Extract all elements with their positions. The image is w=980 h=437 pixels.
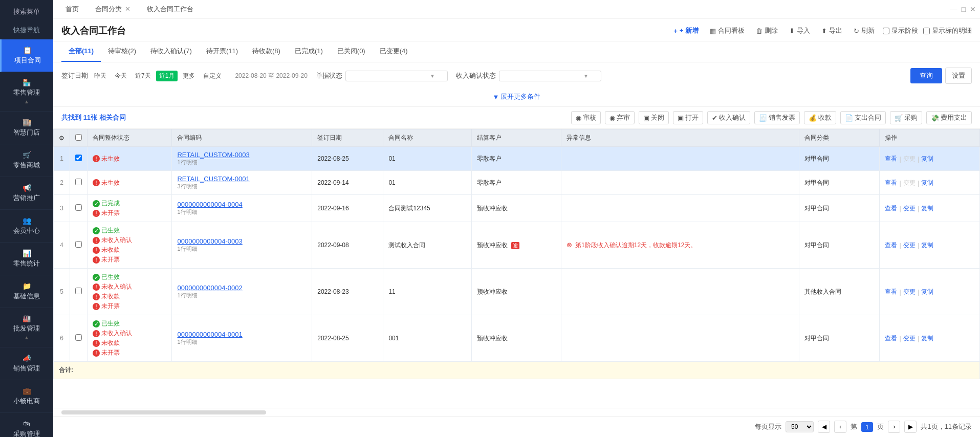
sidebar-search[interactable]: 搜索菜单: [0, 0, 53, 21]
status-tab-completed[interactable]: 已完成(1): [288, 41, 330, 62]
col-settings[interactable]: ⚙: [54, 129, 70, 147]
import-button[interactable]: ⬇ 导入: [786, 25, 813, 37]
view-btn[interactable]: 查看: [885, 155, 897, 163]
new-button[interactable]: + + 新增: [670, 25, 702, 37]
delete-button[interactable]: 🗑 删除: [753, 25, 781, 37]
change-btn[interactable]: 变更: [903, 155, 916, 163]
sidebar-item-retail-mgmt[interactable]: 🏪 零售管理 ▲: [0, 72, 53, 112]
income-confirm-btn[interactable]: ✔ 收入确认: [707, 111, 750, 124]
page-size-select[interactable]: 50 100 200: [786, 421, 814, 432]
change-btn[interactable]: 变更: [903, 241, 916, 250]
contract-code-link[interactable]: RETAIL_CUSTOM-0003: [177, 151, 307, 159]
sales-invoice-btn[interactable]: 🧾 销售发票: [754, 111, 800, 124]
row-select-checkbox[interactable]: [75, 204, 82, 211]
expense-out-btn[interactable]: 💸 费用支出: [926, 111, 972, 124]
status-tab-changed[interactable]: 已变更(4): [373, 41, 415, 62]
query-button[interactable]: 查询: [910, 68, 942, 83]
sidebar-item-marketing2[interactable]: 📣 销售管理: [0, 347, 53, 380]
row-select-checkbox[interactable]: [75, 179, 82, 185]
expand-filter-btn[interactable]: ▼ 展开更多条件: [493, 92, 541, 101]
sidebar-item-xc-ecom[interactable]: 🛍 采购管理: [0, 413, 53, 437]
contract-board-button[interactable]: ▦ 合同看板: [707, 25, 748, 37]
open-btn[interactable]: ▣ 打开: [673, 111, 703, 124]
col-select-all[interactable]: [70, 129, 88, 147]
horizontal-scrollbar[interactable]: [61, 410, 266, 414]
show-marks-input[interactable]: [923, 28, 930, 34]
status-tab-closed[interactable]: 已关闭(0): [330, 41, 373, 62]
close-btn[interactable]: ▣ 关闭: [639, 111, 669, 124]
export-button[interactable]: ⬆ 导出: [818, 25, 845, 37]
view-btn[interactable]: 查看: [885, 241, 897, 250]
close-window-icon[interactable]: ✕: [970, 5, 976, 13]
sidebar-item-wholesale[interactable]: 🏭 批发管理 ▲: [0, 308, 53, 347]
copy-btn[interactable]: 复制: [921, 155, 933, 163]
change-btn[interactable]: 变更: [903, 204, 916, 213]
row-checkbox[interactable]: [70, 315, 88, 362]
last1month-btn[interactable]: 近1月: [156, 71, 178, 81]
sidebar-item-member[interactable]: 👥 会员中心: [0, 210, 53, 243]
change-btn[interactable]: 变更: [903, 288, 916, 296]
sidebar-nav[interactable]: 快捷导航: [0, 21, 53, 39]
contract-code-link[interactable]: 0000000000004-0003: [177, 237, 307, 245]
row-checkbox[interactable]: [70, 269, 88, 315]
view-btn[interactable]: 查看: [885, 204, 897, 213]
copy-btn[interactable]: 复制: [921, 179, 933, 187]
sidebar-item-project[interactable]: 📋 项目合同: [0, 39, 53, 72]
status-tab-pending-invoice[interactable]: 待开票(11): [199, 41, 245, 62]
show-marks-checkbox[interactable]: 显示标的明细: [923, 26, 972, 35]
tab-home[interactable]: 首页: [57, 1, 87, 18]
contract-code-link[interactable]: 0000000000004-0001: [177, 331, 307, 338]
sidebar-item-retail-mall[interactable]: 🛒 零售商城: [0, 144, 53, 177]
prev-page-btn[interactable]: ‹: [834, 421, 846, 433]
row-select-checkbox[interactable]: [75, 155, 82, 161]
row-checkbox[interactable]: [70, 195, 88, 222]
row-checkbox[interactable]: [70, 147, 88, 171]
copy-btn[interactable]: 复制: [921, 334, 933, 343]
row-select-checkbox[interactable]: [75, 241, 82, 248]
minimize-icon[interactable]: —: [950, 5, 957, 13]
sidebar-item-sales-mgmt[interactable]: 💼 小畅电商: [0, 380, 53, 413]
review-btn[interactable]: ◉ 审核: [571, 111, 601, 124]
copy-btn[interactable]: 复制: [921, 241, 933, 250]
more-btn[interactable]: 更多: [180, 71, 198, 81]
purchase-btn[interactable]: 🛒 采购: [890, 111, 922, 124]
row-select-checkbox[interactable]: [75, 288, 82, 294]
tab-contract-cat[interactable]: 合同分类 ✕: [87, 1, 139, 18]
view-btn[interactable]: 查看: [885, 179, 897, 187]
status-tab-pending-payment[interactable]: 待收款(8): [245, 41, 288, 62]
select-all-checkbox[interactable]: [75, 134, 82, 141]
sidebar-item-smart-store[interactable]: 🏬 智慧门店: [0, 112, 53, 144]
contract-code-link[interactable]: 0000000000004-0002: [177, 284, 307, 292]
custom-btn[interactable]: 自定义: [200, 71, 225, 81]
today-btn[interactable]: 今天: [112, 71, 130, 81]
status-tab-pending-confirm[interactable]: 待收入确认(7): [143, 41, 199, 62]
copy-btn[interactable]: 复制: [921, 204, 933, 213]
abandon-btn[interactable]: ◉ 弃审: [605, 111, 635, 124]
maximize-icon[interactable]: □: [962, 5, 966, 13]
last7days-btn[interactable]: 近7天: [132, 71, 154, 81]
status-tab-pending-review[interactable]: 待审核(2): [101, 41, 143, 62]
yesterday-btn[interactable]: 昨天: [91, 71, 110, 81]
contract-code-link[interactable]: 0000000000004-0004: [177, 201, 307, 208]
status-tab-all[interactable]: 全部(11): [61, 41, 101, 62]
contract-code-link[interactable]: RETAIL_CUSTOM-0001: [177, 175, 307, 183]
settings-button[interactable]: 设置: [945, 68, 972, 84]
last-page-btn[interactable]: ▶: [904, 421, 917, 433]
close-tab-income-icon[interactable]: ✕: [197, 6, 201, 12]
sidebar-item-retail-stat[interactable]: 📊 零售统计: [0, 243, 53, 275]
show-segments-input[interactable]: [883, 28, 889, 34]
payment-out-btn[interactable]: 📄 支出合同: [840, 111, 886, 124]
tab-income-workbench[interactable]: 收入合同工作台 ✕: [139, 1, 209, 18]
view-btn[interactable]: 查看: [885, 288, 897, 296]
payment-btn[interactable]: 💰 收款: [804, 111, 836, 124]
sidebar-item-marketing[interactable]: 📢 营销推广: [0, 177, 53, 210]
view-btn[interactable]: 查看: [885, 334, 897, 343]
doc-status-select[interactable]: ▼: [345, 71, 448, 81]
copy-btn[interactable]: 复制: [921, 288, 933, 296]
show-segments-checkbox[interactable]: 显示阶段: [883, 26, 918, 35]
first-page-btn[interactable]: ◀: [818, 421, 830, 433]
change-btn[interactable]: 变更: [903, 179, 916, 187]
refresh-button[interactable]: ↻ 刷新: [851, 25, 878, 37]
row-select-checkbox[interactable]: [75, 334, 82, 341]
close-tab-contract-cat-icon[interactable]: ✕: [125, 5, 130, 13]
